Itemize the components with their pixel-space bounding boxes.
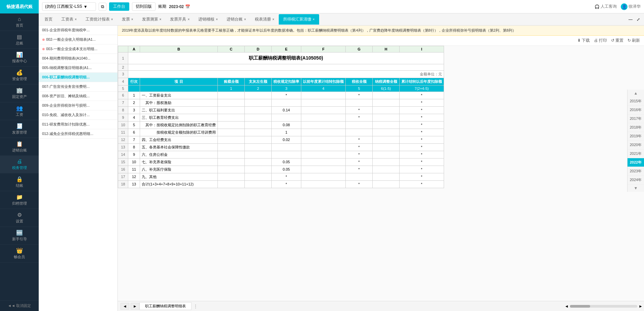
tab-invoice-calc[interactable]: 发票测算 × [138, 14, 166, 25]
header-col1: 账载全额 [218, 78, 245, 85]
sidebar-item-reports[interactable]: 📊 报表中心 [0, 49, 39, 67]
list-item-008[interactable]: 008-资产折旧、摊销及纳税... [39, 92, 117, 101]
spreadsheet: A B C D E F G H I [118, 46, 444, 188]
sidebar-item-guide[interactable]: 🆕 新手引导 [0, 227, 39, 245]
list-item-010[interactable]: 010-免税、减收收入及加计... [39, 110, 117, 120]
tab-purchase-ledger-close[interactable]: × [244, 18, 246, 21]
header-col2: 支灰左生额 [245, 78, 272, 85]
row-num-3: 3 [118, 70, 128, 78]
sidebar-item-home[interactable]: ⌂ 首页 [0, 13, 39, 31]
company-selector[interactable]: (勿削) 江西般宝-LSS ▼ [42, 2, 96, 11]
bottom-next[interactable]: ► [131, 303, 139, 310]
sidebar-item-general-ledger[interactable]: ▤ 总账 [0, 31, 39, 49]
year-2019[interactable]: 2019年 [628, 132, 644, 141]
invoice-icon: 🧾 [16, 123, 23, 129]
year-2024[interactable]: 2024年 [628, 176, 644, 184]
sidebar-item-purchase-sales[interactable]: 📋 进销台账 [0, 138, 39, 156]
tab-tax-book-close[interactable]: × [272, 18, 274, 21]
scroll-right-btn[interactable]: ► [639, 304, 643, 309]
col-header-rownum [118, 46, 128, 52]
col-header-H: H [373, 46, 400, 52]
tab-purchase-audit-close[interactable]: × [216, 18, 218, 21]
tabs-maximize[interactable]: ⤢ [635, 16, 641, 23]
title-row-2: 2 [118, 64, 444, 70]
sidebar-item-fixed-assets[interactable]: 🏢 固定资产 [0, 84, 39, 102]
year-2018[interactable]: 2018年 [628, 123, 644, 132]
workbench-button[interactable]: 工作台 [109, 2, 129, 11]
sidebar-item-archive[interactable]: 📁 归档管理 [0, 191, 39, 209]
tab-home[interactable]: 首页 [40, 14, 57, 25]
service-btn[interactable]: 🎧 人工客询 [595, 4, 617, 9]
year-2015[interactable]: 2015年 [628, 97, 644, 106]
tab-invoice-issue-close[interactable]: × [188, 18, 190, 21]
calendar-icon[interactable]: 📅 [185, 4, 190, 9]
list-item-005[interactable]: 005-纳税调整项目明细表(A1... [39, 63, 117, 73]
tab-invoice-close[interactable]: × [131, 18, 133, 21]
sub-num-blank [128, 85, 140, 92]
tab-purchase-audit[interactable]: 进销稽核 × [194, 14, 222, 25]
bottom-tab-menu[interactable]: ⋮ [194, 304, 198, 309]
list-item-002[interactable]: ⊗ 002-一般企业收入明细表(A1... [39, 35, 117, 44]
year-2016[interactable]: 2016年 [628, 106, 644, 114]
year-2020[interactable]: 2020年 [628, 141, 644, 149]
sidebar-item-settings[interactable]: ⚙ 设置 [0, 209, 39, 227]
tab-payroll-stat[interactable]: 工资统计报表 × [81, 14, 117, 25]
header-item: 项 目 [140, 78, 218, 85]
list-item-006[interactable]: 006-职工薪酬纳税调整明细... [39, 73, 117, 82]
table-row: 12 7 四、工会经费支出 0.02 * * [118, 136, 444, 143]
scrollbar-thumb [570, 305, 590, 308]
year-2023[interactable]: 2023年 [628, 167, 644, 176]
col-header-G: G [346, 46, 373, 52]
right-content: 2019年度添及取以前年度结转数据的申报表单元格需要手工棱形正确，才能保证本年以… [118, 26, 644, 311]
list-item-011[interactable]: 011-研发费用加计扣除优惠... [39, 120, 117, 129]
tab-income-tax-close[interactable]: × [313, 18, 315, 21]
list-item-007[interactable]: 007-广告宣传业务宣传费明... [39, 82, 117, 92]
year-2022[interactable]: 2022年 [628, 158, 644, 167]
tab-purchase-ledger[interactable]: 进销台账 × [222, 14, 250, 25]
copy-btn[interactable]: ⧉ [99, 3, 106, 11]
tab-income-tax[interactable]: 所得税汇算清缴 × [279, 14, 319, 25]
year-scroll-down[interactable]: ▼ [633, 184, 639, 192]
list-item-010-label: 010-免税、减收收入及加计... [42, 112, 90, 117]
sidebar-item-assets-mgmt[interactable]: 💰 资金管理 [0, 67, 39, 84]
list-item-009[interactable]: 009-企业所得税弥补亏损明... [39, 101, 117, 110]
list-item-004[interactable]: 004-期间费用明细表(A1040... [39, 54, 117, 63]
sidebar-item-member[interactable]: 👑 畅会员 [0, 245, 39, 263]
sidebar-footer-unpin[interactable]: ◄◄ 取消固定 [0, 300, 39, 311]
year-2021[interactable]: 2021年 [628, 149, 644, 158]
switch-period-button[interactable]: 切到旧版 [132, 2, 156, 11]
print-button[interactable]: 🖨 打印 [594, 38, 607, 43]
reset-button[interactable]: ↺ 重置 [611, 38, 623, 43]
scroll-left-btn[interactable]: ◄ [565, 304, 569, 309]
user-avatar[interactable]: 👤 徐泽华 [621, 3, 641, 10]
tab-invoice-issue[interactable]: 发票开具 × [166, 14, 194, 25]
bottom-prev[interactable]: ◄ [121, 303, 129, 310]
horizontal-scrollbar[interactable] [570, 305, 637, 308]
list-item-012[interactable]: 012-减免企业所得税优惠明细... [39, 129, 117, 139]
list-item-001[interactable]: 001-企业所得税年度纳税申... [39, 26, 117, 35]
download-button[interactable]: ⬇ 下载 [577, 38, 590, 43]
reset-icon: ↺ [611, 38, 614, 43]
list-item-003-label: 003-一般企业业成本支出明细... [46, 46, 97, 51]
list-item-007-label: 007-广告宣传业务宣传费明... [42, 84, 90, 89]
year-2017[interactable]: 2017年 [628, 114, 644, 123]
list-item-011-label: 011-研发费用加计扣除优惠... [42, 122, 90, 127]
dropdown-icon: ▼ [83, 4, 88, 9]
tab-invoice[interactable]: 发票 × [117, 14, 138, 25]
tab-payroll-stat-close[interactable]: × [111, 18, 113, 21]
tab-payroll[interactable]: 工资表 × [57, 14, 81, 25]
member-icon: 👑 [16, 247, 23, 254]
tab-invoice-calc-close[interactable]: × [160, 18, 162, 21]
list-item-003[interactable]: ⊗ 003-一般企业业成本支出明细... [39, 44, 117, 54]
sidebar-item-tax[interactable]: 🖨 税务管理 [0, 156, 39, 173]
tab-payroll-close[interactable]: × [75, 18, 77, 21]
bottom-scroll-area: ◄ ► [565, 304, 643, 309]
tab-tax-book[interactable]: 税表清册 × [250, 14, 279, 25]
sidebar-item-closing[interactable]: 🔒 结账 [0, 173, 39, 191]
refresh-button[interactable]: ↻ 刷新 [628, 38, 640, 43]
sidebar-item-payroll[interactable]: 👥 工资 [0, 102, 39, 120]
bottom-sheet-tab[interactable]: 职工薪酬纳税调整明细表 [139, 302, 192, 310]
sidebar-item-invoice[interactable]: 🧾 发票管理 [0, 120, 39, 138]
tabs-minimize[interactable]: — [627, 16, 634, 23]
year-scroll-up[interactable]: ▲ [633, 90, 639, 97]
